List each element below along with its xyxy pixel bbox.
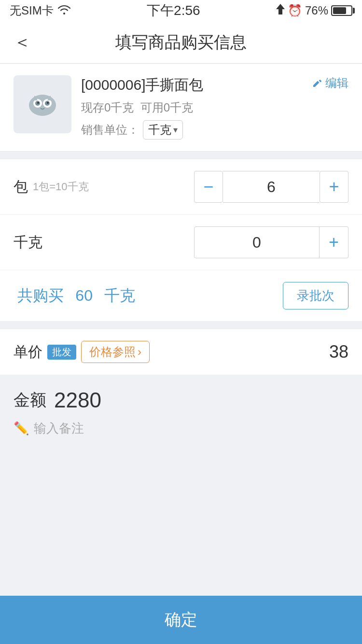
product-unit-row: 销售单位： 千克 ▾ — [81, 120, 348, 140]
separator-1 — [0, 152, 362, 159]
package-increment-button[interactable]: + — [320, 171, 348, 203]
separator-2 — [0, 322, 362, 329]
price-reference-button[interactable]: 价格参照 › — [81, 341, 150, 363]
status-time: 下午2:56 — [147, 1, 200, 20]
nav-bar: ＜ 填写商品购买信息 — [0, 21, 362, 64]
bottom-space — [0, 445, 362, 609]
kilogram-qty-control: + — [194, 226, 348, 258]
product-name: [0000006]手撕面包 — [81, 75, 203, 95]
location-icon — [276, 4, 285, 17]
confirm-button[interactable]: 确定 — [165, 609, 197, 631]
kilogram-label: 千克 — [14, 233, 42, 252]
unit-dropdown[interactable]: 千克 ▾ — [143, 120, 183, 140]
kilogram-qty-input[interactable] — [194, 226, 320, 258]
total-text: 共购买 60 千克 — [14, 285, 139, 307]
package-row: 包 1包=10千克 − + — [0, 159, 362, 215]
status-right: ⏰ 76% — [276, 4, 352, 17]
price-tag: 批发 — [47, 345, 76, 360]
amount-row: 金额 2280 — [14, 388, 348, 412]
battery-percent: 76% — [305, 4, 328, 17]
product-thumbnail — [14, 75, 71, 133]
kilogram-increment-button[interactable]: + — [320, 226, 348, 258]
package-label: 包 1包=10千克 — [14, 177, 89, 197]
page-title: 填写商品购买信息 — [115, 31, 247, 54]
package-decrement-button[interactable]: − — [194, 171, 223, 203]
back-button[interactable]: ＜ — [14, 30, 31, 54]
kilogram-row: 千克 + — [0, 215, 362, 270]
input-section: 包 1包=10千克 − + 千克 + — [0, 159, 362, 270]
price-label: 单价 批发 价格参照 › — [14, 341, 150, 363]
total-row: 共购买 60 千克 录批次 — [0, 270, 362, 322]
status-bar: 无SIM卡 下午2:56 ⏰ 76% — [0, 0, 362, 21]
edit-button[interactable]: 编辑 — [312, 75, 348, 91]
price-value: 38 — [329, 342, 348, 362]
svg-point-6 — [47, 102, 49, 104]
carrier-text: 无SIM卡 — [10, 3, 54, 18]
battery-icon — [331, 5, 352, 16]
svg-point-5 — [37, 102, 39, 104]
alarm-icon: ⏰ — [288, 4, 302, 17]
svg-point-0 — [29, 95, 56, 116]
product-stock: 现存0千克 可用0千克 — [81, 100, 348, 115]
batch-button[interactable]: 录批次 — [283, 282, 348, 309]
product-card: [0000006]手撕面包 编辑 现存0千克 可用0千克 销售单位： 千克 ▾ — [0, 64, 362, 152]
pencil-icon: ✏️ — [14, 421, 29, 436]
status-left: 无SIM卡 — [10, 3, 71, 18]
note-placeholder: 输入备注 — [34, 420, 84, 437]
amount-value: 2280 — [54, 388, 101, 412]
product-info: [0000006]手撕面包 编辑 现存0千克 可用0千克 销售单位： 千克 ▾ — [81, 75, 348, 140]
amount-section: 金额 2280 ✏️ 输入备注 — [0, 375, 362, 445]
price-row: 单价 批发 价格参照 › 38 — [14, 341, 348, 363]
note-row[interactable]: ✏️ 输入备注 — [14, 420, 348, 437]
price-section: 单价 批发 价格参照 › 38 — [0, 329, 362, 375]
package-qty-input[interactable] — [223, 171, 320, 203]
confirm-bar[interactable]: 确定 — [0, 596, 362, 644]
amount-label: 金额 — [14, 389, 46, 411]
package-hint: 1包=10千克 — [33, 180, 89, 194]
package-qty-control: − + — [194, 171, 348, 203]
wifi-icon — [57, 4, 71, 17]
